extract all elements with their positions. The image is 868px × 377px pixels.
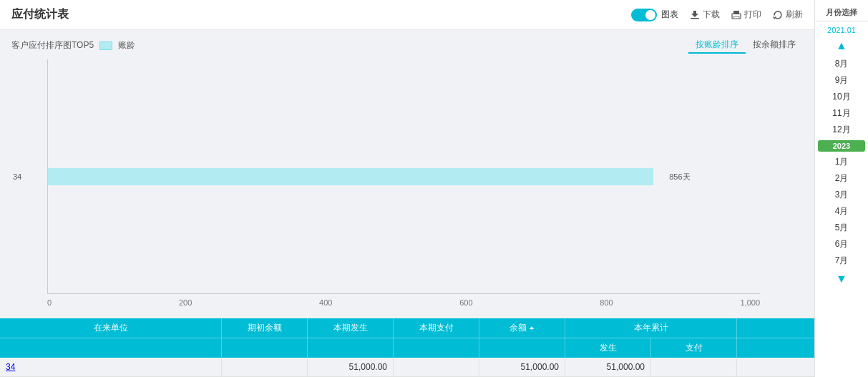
bar-y-label: 34 xyxy=(13,172,21,181)
chart-toggle-label: 图表 xyxy=(661,9,678,21)
th-sub-balance xyxy=(479,338,565,358)
chart-sort-buttons: 按账龄排序 按余额排序 xyxy=(688,37,803,54)
bar-value-label: 856天 xyxy=(669,172,690,182)
td-year-occur: 51,000.00 xyxy=(565,358,651,376)
sidebar-month-feb[interactable]: 2月 xyxy=(815,170,868,187)
sidebar-down-arrow[interactable]: ▼ xyxy=(833,270,850,288)
month-sidebar: 月份选择 2021.01 ▲ 8月 9月 10月 11月 12月 2023 1月… xyxy=(814,0,868,377)
app-container: 应付统计表 图表 下载 打印 刷新 xyxy=(0,0,868,377)
download-icon xyxy=(690,10,700,20)
x-label-800: 800 xyxy=(600,298,613,307)
td-period-balance xyxy=(222,358,308,376)
sidebar-month-aug[interactable]: 8月 xyxy=(815,56,868,72)
refresh-button[interactable]: 刷新 xyxy=(773,9,803,21)
content-area: 应付统计表 图表 下载 打印 刷新 xyxy=(0,0,814,377)
th-period-pay: 本期支付 xyxy=(394,318,479,338)
svg-rect-3 xyxy=(733,16,739,19)
x-axis-labels: 0 200 400 600 800 1,000 xyxy=(47,298,760,307)
sidebar-month-apr[interactable]: 4月 xyxy=(815,203,868,220)
th-year-cumul: 本年累计 xyxy=(565,318,737,338)
x-label-600: 600 xyxy=(459,298,472,307)
sidebar-month-nov[interactable]: 11月 xyxy=(815,105,868,122)
sidebar-month-oct[interactable]: 10月 xyxy=(815,89,868,105)
chart-x-axis xyxy=(47,293,760,294)
download-button[interactable]: 下载 xyxy=(690,9,720,21)
page-title: 应付统计表 xyxy=(11,7,69,22)
x-label-0: 0 xyxy=(47,298,52,307)
sidebar-up-arrow[interactable]: ▲ xyxy=(833,37,850,54)
td-period-pay xyxy=(394,358,479,376)
print-icon xyxy=(731,10,741,20)
sidebar-year-2023[interactable]: 2023 xyxy=(818,140,865,152)
td-incoming: 34 xyxy=(0,358,222,376)
th-incoming: 在来单位 xyxy=(0,318,222,338)
th-period-occur: 本期发生 xyxy=(308,318,394,338)
chart-y-axis xyxy=(47,59,48,294)
legend-label: 账龄 xyxy=(118,39,135,52)
td-period-occur: 51,000.00 xyxy=(308,358,394,376)
th-sub-period-occur xyxy=(308,338,394,358)
sort-by-amount-button[interactable]: 按余额排序 xyxy=(746,37,803,54)
chart-header: 客户应付排序图TOP5 账龄 按账龄排序 按余额排序 xyxy=(11,37,803,54)
refresh-icon xyxy=(773,10,783,20)
sort-by-balance-button[interactable]: 按账龄排序 xyxy=(688,37,746,54)
table-section: 在来单位 期初余额 本期发生 本期支付 余额 本年累计 发生 支付 xyxy=(0,318,814,377)
td-year-pay xyxy=(651,358,737,376)
print-button[interactable]: 打印 xyxy=(731,9,761,21)
th-period-balance: 期初余额 xyxy=(222,318,308,338)
page-header: 应付统计表 图表 下载 打印 刷新 xyxy=(0,0,814,30)
chart-legend: 客户应付排序图TOP5 账龄 xyxy=(11,39,135,52)
th-sub-period-pay xyxy=(394,338,479,358)
header-actions: 图表 下载 打印 刷新 xyxy=(631,9,803,21)
chart-section: 客户应付排序图TOP5 账龄 按账龄排序 按余额排序 34 856天 xyxy=(0,30,814,318)
sidebar-month-jul[interactable]: 7月 xyxy=(815,253,868,269)
th-sub-period-balance xyxy=(222,338,308,358)
sidebar-title: 月份选择 xyxy=(815,4,868,21)
th-sub-year-occur: 发生 xyxy=(565,338,651,358)
x-label-200: 200 xyxy=(179,298,192,307)
td-balance: 51,000.00 xyxy=(479,358,565,376)
bar-chart-bar: 856天 xyxy=(47,168,653,185)
th-sub-incoming xyxy=(0,338,222,358)
th-sub-year-pay: 支付 xyxy=(651,338,737,358)
sidebar-current-year-month: 2021.01 xyxy=(815,24,868,36)
sidebar-month-sep[interactable]: 9月 xyxy=(815,72,868,89)
balance-sort-icon xyxy=(528,325,535,332)
svg-rect-0 xyxy=(691,18,699,19)
table-header-row2: 发生 支付 xyxy=(0,338,814,358)
incoming-link[interactable]: 34 xyxy=(6,362,15,372)
x-label-1000: 1,000 xyxy=(740,298,760,307)
sidebar-month-jun[interactable]: 6月 xyxy=(815,236,868,253)
th-balance: 余额 xyxy=(479,318,565,338)
x-label-400: 400 xyxy=(319,298,332,307)
table-row: 34 51,000.00 51,000.00 51,000.00 xyxy=(0,358,814,377)
table-header-row1: 在来单位 期初余额 本期发生 本期支付 余额 本年累计 xyxy=(0,318,814,338)
chart-toggle-wrap[interactable]: 图表 xyxy=(631,9,678,21)
sidebar-month-jan[interactable]: 1月 xyxy=(815,154,868,170)
sidebar-month-dec[interactable]: 12月 xyxy=(815,122,868,138)
chart-toggle[interactable] xyxy=(631,9,657,21)
legend-box xyxy=(99,41,112,50)
sidebar-month-may[interactable]: 5月 xyxy=(815,220,868,236)
svg-rect-2 xyxy=(733,11,739,14)
chart-body: 34 856天 0 200 400 600 800 1,000 xyxy=(47,59,760,294)
sidebar-month-mar[interactable]: 3月 xyxy=(815,187,868,203)
chart-title: 客户应付排序图TOP5 xyxy=(11,39,94,52)
